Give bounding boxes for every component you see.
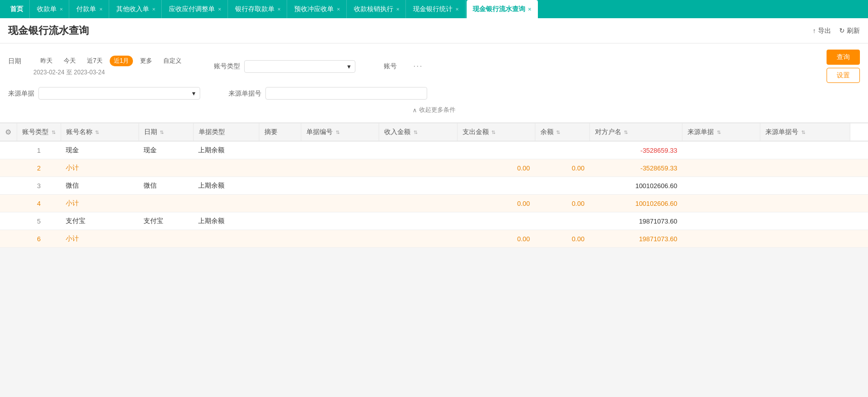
filter-action-col: 查询 设置 — [827, 50, 860, 83]
sort-icon[interactable]: ⇅ — [336, 129, 340, 135]
cell-source-doc-num — [850, 212, 868, 230]
settings-button[interactable]: 设置 — [827, 68, 860, 83]
close-icon[interactable]: × — [337, 6, 340, 12]
date-7days-btn[interactable]: 近7天 — [83, 56, 107, 66]
cell-income — [457, 141, 535, 159]
table-row: 6小计0.000.0019871073.60 — [0, 230, 868, 248]
tab-label: 现金银行统计 — [413, 5, 452, 14]
row-number: 3 — [17, 177, 61, 195]
cell-expense: 0.00 — [535, 159, 589, 177]
close-icon[interactable]: × — [455, 6, 459, 12]
column-balance: 余额 ⇅ — [535, 123, 589, 142]
cell-row-settings — [0, 195, 17, 212]
close-icon[interactable]: × — [60, 6, 63, 12]
column-expense: 支出金额 ⇅ — [457, 123, 535, 142]
nav-tab-shoukuandan[interactable]: 收款单 × — [31, 0, 69, 18]
tab-label: 银行存取款单 — [235, 5, 275, 14]
cell-account-type: 微信 — [61, 177, 139, 195]
filter-bar: 日期 昨天 今天 近7天 近1月 更多 自定义 2023-02-24 至 202… — [0, 43, 868, 123]
collapse-label: 收起更多条件 — [419, 106, 455, 114]
sort-icon[interactable]: ⇅ — [624, 129, 628, 135]
source-doc-arrow-icon: ▾ — [192, 90, 196, 97]
date-yesterday-btn[interactable]: 昨天 — [36, 56, 57, 66]
source-doc-num-input[interactable] — [265, 87, 427, 100]
table-row: 5支付宝支付宝上期余额19871073.60 — [0, 212, 868, 230]
sort-icon[interactable]: ⇅ — [95, 129, 99, 135]
nav-tab-hexiao[interactable]: 收款核销执行 × — [348, 0, 406, 18]
sort-icon[interactable]: ⇅ — [556, 129, 560, 135]
refresh-label: 刷新 — [847, 26, 860, 35]
cell-row-settings — [0, 212, 17, 230]
cell-source-doc — [760, 141, 850, 159]
cell-counterpart — [682, 212, 760, 230]
sort-icon[interactable]: ⇅ — [160, 129, 164, 135]
sort-icon[interactable]: ⇅ — [491, 129, 495, 135]
collapse-bar[interactable]: ∧ 收起更多条件 — [8, 104, 860, 116]
page-header: 现金银行流水查询 ↑ 导出 ↻ 刷新 — [0, 18, 868, 43]
column-account-name: 账号名称 ⇅ — [61, 123, 139, 142]
tab-label: 收款核销执行 — [354, 5, 393, 14]
table-gear-icon[interactable]: ⚙ — [5, 128, 12, 136]
column-settings[interactable]: ⚙ — [0, 123, 17, 142]
cell-doc-type — [259, 195, 301, 212]
cell-account-name: 微信 — [139, 177, 193, 195]
cell-doc-number — [379, 230, 457, 248]
cell-date: 上期余额 — [193, 141, 259, 159]
account-dots[interactable]: ··· — [413, 62, 423, 71]
nav-tab-yushou[interactable]: 预收冲应收单 × — [288, 0, 346, 18]
page-title: 现金银行流水查询 — [8, 24, 89, 37]
refresh-button[interactable]: ↻ 刷新 — [839, 26, 860, 35]
query-button[interactable]: 查询 — [827, 50, 860, 65]
column-source-doc-num: 来源单据号 ⇅ — [760, 123, 850, 142]
nav-tab-home[interactable]: 首页 — [4, 0, 30, 18]
cell-balance: 100102606.60 — [589, 177, 682, 195]
nav-tab-tongji[interactable]: 现金银行统计 × — [407, 0, 465, 18]
close-icon[interactable]: × — [99, 6, 102, 12]
cell-summary — [301, 195, 379, 212]
close-icon[interactable]: × — [396, 6, 399, 12]
home-tab-label: 首页 — [10, 5, 23, 14]
account-type-select[interactable]: ▾ — [244, 60, 355, 73]
close-icon[interactable]: × — [278, 6, 281, 12]
source-doc-label: 来源单据 — [8, 89, 34, 98]
sort-icon[interactable]: ⇅ — [52, 129, 56, 135]
cell-counterpart — [682, 141, 760, 159]
nav-tab-tiaozheng[interactable]: 应收应付调整单 × — [163, 0, 227, 18]
close-icon[interactable]: × — [218, 6, 221, 12]
cell-balance: -3528659.33 — [589, 141, 682, 159]
source-doc-select[interactable]: ▾ — [38, 87, 200, 100]
sort-icon[interactable]: ⇅ — [414, 129, 418, 135]
row-number: 5 — [17, 212, 61, 230]
column-date: 日期 ⇅ — [139, 123, 193, 142]
main-content: ⚙ 账号类型 ⇅ 账号名称 ⇅ 日期 ⇅ 单据类型 摘要 — [0, 123, 868, 248]
date-more-btn[interactable]: 更多 — [136, 56, 156, 66]
cell-doc-number — [379, 177, 457, 195]
date-today-btn[interactable]: 今天 — [60, 56, 80, 66]
close-icon[interactable]: × — [528, 6, 531, 12]
source-doc-num-label: 来源单据号 — [229, 89, 261, 98]
close-icon[interactable]: × — [152, 6, 155, 12]
cell-expense — [535, 141, 589, 159]
column-doc-type: 单据类型 — [193, 123, 259, 142]
nav-tab-fukuandan[interactable]: 付款单 × — [70, 0, 109, 18]
cell-summary — [301, 177, 379, 195]
nav-tab-yinhang[interactable]: 银行存取款单 × — [229, 0, 287, 18]
cell-income: 0.00 — [457, 230, 535, 248]
cell-summary — [301, 141, 379, 159]
cell-counterpart — [682, 159, 760, 177]
nav-tab-liushui[interactable]: 现金银行流水查询 × — [467, 0, 538, 18]
cell-source-doc-num — [850, 195, 868, 212]
sort-icon[interactable]: ⇅ — [801, 129, 805, 135]
date-1month-btn[interactable]: 近1月 — [110, 56, 133, 66]
export-button[interactable]: ↑ 导出 — [813, 26, 832, 35]
date-custom-btn[interactable]: 自定义 — [159, 56, 186, 66]
tab-label: 收款单 — [37, 5, 57, 14]
cell-doc-type — [259, 141, 301, 159]
tab-label: 预收冲应收单 — [294, 5, 334, 14]
cell-income: 0.00 — [457, 159, 535, 177]
sort-icon[interactable]: ⇅ — [717, 129, 721, 135]
nav-tab-qitashouru[interactable]: 其他收入单 × — [110, 0, 162, 18]
cell-account-type: 小计 — [61, 159, 139, 177]
column-counterpart: 对方户名 ⇅ — [589, 123, 682, 142]
tab-label: 其他收入单 — [116, 5, 149, 14]
